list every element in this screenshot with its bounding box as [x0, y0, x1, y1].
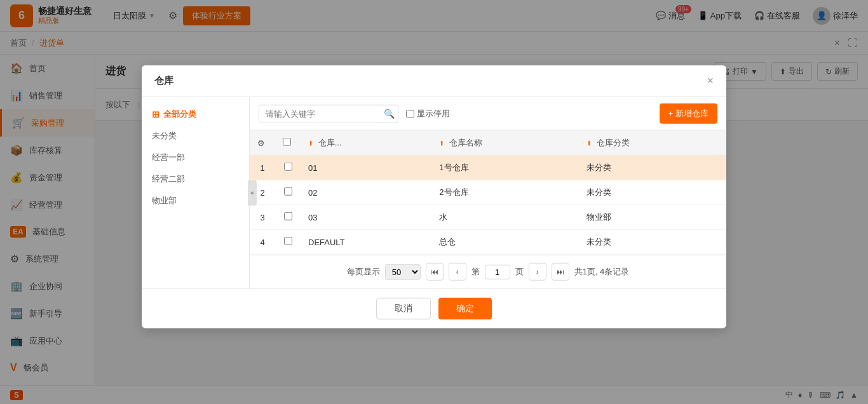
- row-checkbox[interactable]: [275, 205, 301, 229]
- category-all-label: 全部分类: [163, 109, 196, 120]
- cat-label-uncat: 未分类: [152, 131, 177, 140]
- table-toolbar: 🔍 显示停用 + 新增仓库: [250, 97, 726, 131]
- cat-label-op1: 经营一部: [152, 152, 185, 162]
- table-header-row: ⚙ ⬆ 仓库... ⬆ 仓库名称: [250, 131, 726, 156]
- search-icon: 🔍: [384, 109, 395, 119]
- category-sidebar: ⊞ 全部分类 未分类 经营一部 经营二部 物业部 «: [142, 97, 250, 288]
- grid-icon: ⊞: [152, 109, 159, 119]
- settings-icon: ⚙: [257, 138, 265, 147]
- col-header-category: ⬆ 仓库分类: [579, 131, 726, 156]
- row-checkbox[interactable]: [275, 155, 301, 180]
- next-page-button[interactable]: ›: [529, 263, 546, 281]
- modal-body: ⊞ 全部分类 未分类 经营一部 经营二部 物业部 «: [142, 97, 726, 288]
- table-scroll-area: ⚙ ⬆ 仓库... ⬆ 仓库名称: [250, 131, 726, 255]
- per-page-label: 每页显示: [347, 266, 380, 278]
- sort-icon-category: ⬆: [587, 140, 592, 147]
- category-item-uncat[interactable]: 未分类: [142, 125, 249, 147]
- col-header-checkbox: [275, 131, 301, 156]
- collapse-icon: «: [250, 189, 254, 196]
- row-name: 1号仓库: [431, 155, 579, 180]
- last-page-button[interactable]: ⏭: [552, 263, 569, 281]
- table-row[interactable]: 2 02 2号仓库 未分类: [250, 180, 726, 205]
- first-page-button[interactable]: ⏮: [426, 263, 444, 281]
- cat-label-op2: 经营二部: [152, 174, 185, 184]
- page-suffix-label: 页: [515, 266, 524, 278]
- modal-footer: 取消 确定: [142, 288, 726, 328]
- row-category: 未分类: [579, 180, 726, 205]
- row-code: DEFAULT: [301, 229, 431, 254]
- pagination: 每页显示 50 10 20 100 ⏮ ‹ 第 页 › ⏭ 共1页, 4条记录: [250, 255, 726, 288]
- row-name: 2号仓库: [431, 180, 579, 205]
- modal-title: 仓库: [154, 75, 173, 87]
- cancel-button[interactable]: 取消: [376, 298, 431, 320]
- table-row[interactable]: 3 03 水 物业部: [250, 205, 726, 229]
- row-category: 物业部: [579, 205, 726, 229]
- cat-label-property: 物业部: [152, 196, 177, 205]
- row-code: 01: [301, 155, 431, 180]
- col-header-code: ⬆ 仓库...: [301, 131, 431, 156]
- category-item-op2[interactable]: 经营二部: [142, 168, 249, 190]
- row-num: 4: [250, 229, 275, 254]
- row-code: 02: [301, 180, 431, 205]
- table-panel: 🔍 显示停用 + 新增仓库 ⚙: [250, 97, 726, 288]
- row-checkbox[interactable]: [275, 180, 301, 205]
- category-all[interactable]: ⊞ 全部分类: [142, 104, 249, 125]
- row-checkbox[interactable]: [275, 229, 301, 254]
- add-warehouse-button[interactable]: + 新增仓库: [660, 104, 717, 124]
- prev-page-button[interactable]: ‹: [449, 263, 466, 281]
- table-row[interactable]: 4 DEFAULT 总仓 未分类: [250, 229, 726, 254]
- row-name: 水: [431, 205, 579, 229]
- page-number-input[interactable]: [485, 264, 510, 279]
- search-input[interactable]: [259, 105, 379, 122]
- table-body: 1 01 1号仓库 未分类 2 02 2号仓库 未分类 3 03 水 物业部 4…: [250, 155, 726, 254]
- modal-header: 仓库 ×: [142, 65, 726, 97]
- category-collapse-button[interactable]: «: [248, 180, 257, 205]
- row-category: 未分类: [579, 155, 726, 180]
- table-row[interactable]: 1 01 1号仓库 未分类: [250, 155, 726, 180]
- modal-close-button[interactable]: ×: [707, 74, 714, 88]
- row-name: 总仓: [431, 229, 579, 254]
- search-button[interactable]: 🔍: [379, 109, 398, 119]
- warehouse-modal: 仓库 × ⊞ 全部分类 未分类 经营一部 经营二部 物业部 «: [142, 65, 726, 328]
- show-disabled-label-text: 显示停用: [417, 108, 450, 119]
- sort-icon-name: ⬆: [439, 140, 444, 147]
- show-disabled-checkbox-label[interactable]: 显示停用: [406, 108, 450, 119]
- row-num: 3: [250, 205, 275, 229]
- page-prefix-label: 第: [471, 266, 480, 278]
- category-item-op1[interactable]: 经营一部: [142, 147, 249, 168]
- search-box: 🔍: [259, 104, 398, 123]
- row-num: 1: [250, 155, 275, 180]
- select-all-checkbox[interactable]: [283, 138, 291, 146]
- table-header: ⚙ ⬆ 仓库... ⬆ 仓库名称: [250, 131, 726, 156]
- row-category: 未分类: [579, 229, 726, 254]
- sort-icon-code: ⬆: [308, 140, 313, 147]
- confirm-button[interactable]: 确定: [438, 298, 492, 320]
- per-page-select[interactable]: 50 10 20 100: [385, 264, 421, 279]
- col-header-settings: ⚙: [250, 131, 275, 156]
- show-disabled-checkbox[interactable]: [406, 109, 414, 118]
- category-item-property[interactable]: 物业部: [142, 190, 249, 212]
- col-header-name: ⬆ 仓库名称: [431, 131, 579, 156]
- warehouse-table: ⚙ ⬆ 仓库... ⬆ 仓库名称: [250, 131, 726, 255]
- row-code: 03: [301, 205, 431, 229]
- total-info: 共1页, 4条记录: [574, 266, 630, 278]
